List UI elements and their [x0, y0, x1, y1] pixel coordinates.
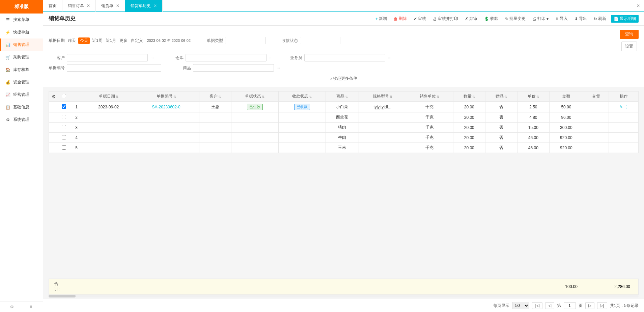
- select-all-checkbox[interactable]: [62, 94, 66, 98]
- sidebar-item-quick-nav[interactable]: ⚡ 快捷导航: [0, 26, 43, 38]
- filter-goods-dots[interactable]: ···: [277, 66, 280, 70]
- tab-home[interactable]: 首页: [43, 0, 62, 12]
- tab-sales-order[interactable]: 销售订单 ✕: [62, 0, 96, 12]
- sort-goods-icon[interactable]: [345, 94, 348, 99]
- date-shortcut-today[interactable]: 今天: [78, 37, 90, 44]
- tab-sales-history[interactable]: 销货单历史 ✕: [125, 0, 163, 12]
- refresh-button[interactable]: ↻ 刷新: [592, 15, 608, 23]
- sort-date-icon[interactable]: [116, 94, 118, 99]
- sort-gift-icon[interactable]: [504, 94, 507, 99]
- page-number-input[interactable]: [564, 302, 576, 309]
- sort-unit-icon[interactable]: [437, 94, 439, 99]
- export-button[interactable]: ⬇ 导出: [572, 15, 589, 23]
- delete-button[interactable]: 🗑 删除: [392, 15, 409, 23]
- cell-check[interactable]: [59, 123, 69, 133]
- col-customer[interactable]: 客户: [199, 92, 231, 102]
- horizontal-scrollbar[interactable]: [49, 295, 639, 297]
- tab-sales-delivery-close-icon[interactable]: ✕: [116, 3, 119, 8]
- query-button[interactable]: 查询: [620, 30, 639, 39]
- sidebar-bottom-pause-icon[interactable]: ⏸: [29, 305, 33, 309]
- sidebar-item-purchase-mgmt[interactable]: 🛒 采购管理: [0, 51, 43, 63]
- sidebar-item-sales-mgmt[interactable]: 📊 销售管理: [0, 38, 43, 51]
- col-goods[interactable]: 商品: [326, 92, 359, 102]
- sidebar-item-base-info[interactable]: 📋 基础信息: [0, 101, 43, 113]
- cell-check[interactable]: [59, 102, 69, 112]
- filter-doc-no-input[interactable]: [67, 64, 161, 72]
- sidebar-item-sys-mgmt[interactable]: ⚙ 系统管理: [0, 113, 43, 126]
- filter-collect-status-select[interactable]: [300, 37, 340, 44]
- import-button[interactable]: ⬆ 导入: [553, 15, 570, 23]
- cell-price: 15.00: [517, 123, 549, 133]
- sort-doc-status-icon[interactable]: [262, 94, 264, 99]
- sort-collect-status-icon[interactable]: [309, 94, 312, 99]
- col-unit[interactable]: 销售单位: [406, 92, 453, 102]
- audit-print-button[interactable]: 🖨 审核并打印: [431, 15, 460, 23]
- prev-page-button[interactable]: ◁: [545, 302, 554, 309]
- per-page-select[interactable]: 50 100: [512, 302, 529, 309]
- filter-doc-type-select[interactable]: [225, 37, 265, 44]
- row-checkbox[interactable]: [62, 145, 66, 150]
- sidebar-item-ops-mgmt[interactable]: 📈 经营管理: [0, 88, 43, 101]
- sidebar-item-search-menu[interactable]: ☰ 搜索菜单: [0, 14, 43, 26]
- cell-check[interactable]: [59, 133, 69, 143]
- filter-customer-input[interactable]: [67, 54, 148, 61]
- tab-sales-delivery[interactable]: 销货单 ✕: [96, 0, 125, 12]
- show-detail-button[interactable]: 📄 显示明细: [611, 15, 639, 23]
- filter-warehouse-input[interactable]: [186, 54, 267, 61]
- sort-price-icon[interactable]: [536, 94, 539, 99]
- ops-more-icon[interactable]: ⋮: [624, 105, 628, 109]
- col-qty[interactable]: 数量: [453, 92, 485, 102]
- sort-doc-no-icon[interactable]: [173, 94, 176, 99]
- print-button[interactable]: 🖨 打印 ▾: [530, 15, 551, 23]
- col-doc-status[interactable]: 单据状态: [231, 92, 279, 102]
- tab-sales-order-close-icon[interactable]: ✕: [87, 3, 90, 8]
- col-spec[interactable]: 规格型号: [359, 92, 406, 102]
- abandon-button[interactable]: ✗ 弃审: [463, 15, 479, 23]
- filter-customer-dots[interactable]: ···: [150, 55, 154, 60]
- close-all-tabs-button[interactable]: ✕: [633, 3, 644, 8]
- filter-goods-input[interactable]: [193, 64, 274, 72]
- ops-edit-icon[interactable]: ✎: [619, 105, 623, 109]
- first-page-button[interactable]: |◁: [532, 302, 542, 309]
- sidebar-item-inventory[interactable]: 🏠 库存核算: [0, 63, 43, 76]
- cell-check[interactable]: [59, 143, 69, 153]
- cell-check[interactable]: [59, 112, 69, 123]
- row-checkbox[interactable]: [62, 115, 66, 119]
- sort-qty-icon[interactable]: [472, 94, 475, 99]
- row-checkbox[interactable]: [62, 135, 66, 139]
- next-page-button[interactable]: ▷: [585, 302, 594, 309]
- date-shortcut-last7days[interactable]: 近1周: [91, 37, 104, 44]
- col-collect-status[interactable]: 收款状态: [278, 92, 326, 102]
- sidebar-item-finance-mgmt[interactable]: 💰 资金管理: [0, 76, 43, 88]
- filter-agent-dots[interactable]: ···: [388, 55, 391, 60]
- collapse-button[interactable]: ∧ 收起更多条件: [49, 74, 639, 83]
- filter-agent-input[interactable]: [304, 54, 385, 61]
- date-shortcut-last1month[interactable]: 近1月: [105, 37, 117, 44]
- scrollbar-thumb[interactable]: [49, 295, 76, 297]
- tab-sales-history-close-icon[interactable]: ✕: [153, 3, 157, 8]
- settings-icon[interactable]: ⚙: [52, 94, 56, 99]
- filter-warehouse-dots[interactable]: ···: [269, 55, 273, 60]
- date-shortcut-yesterday[interactable]: 昨天: [67, 37, 77, 44]
- col-settings[interactable]: ⚙: [49, 92, 59, 102]
- cell-goods: 牛肉: [326, 133, 359, 143]
- last-page-button[interactable]: ▷|: [597, 302, 607, 309]
- col-gift[interactable]: 赠品: [485, 92, 517, 102]
- col-doc-no[interactable]: 单据编号: [133, 92, 199, 102]
- set-button[interactable]: 设置: [621, 42, 637, 51]
- row-checkbox[interactable]: [62, 125, 66, 129]
- sort-spec-icon[interactable]: [390, 94, 392, 99]
- col-date[interactable]: 单据日期: [84, 92, 133, 102]
- date-shortcut-custom[interactable]: 自定义: [130, 37, 144, 44]
- date-shortcut-more[interactable]: 更多: [118, 37, 129, 44]
- col-check[interactable]: [59, 92, 69, 102]
- batch-change-button[interactable]: ✎ 批量变更: [503, 15, 528, 23]
- collect-button[interactable]: 💲 收款: [482, 15, 500, 23]
- audit-button[interactable]: ✔ 审核: [412, 15, 428, 23]
- sort-customer-icon[interactable]: [218, 94, 221, 99]
- sidebar-bottom-settings-icon[interactable]: ⚙: [10, 305, 14, 309]
- row-checkbox[interactable]: [62, 104, 66, 109]
- doc-no-link[interactable]: SA-20230602-0: [152, 105, 180, 109]
- col-price[interactable]: 单价: [517, 92, 549, 102]
- new-button[interactable]: + 新增: [373, 15, 389, 23]
